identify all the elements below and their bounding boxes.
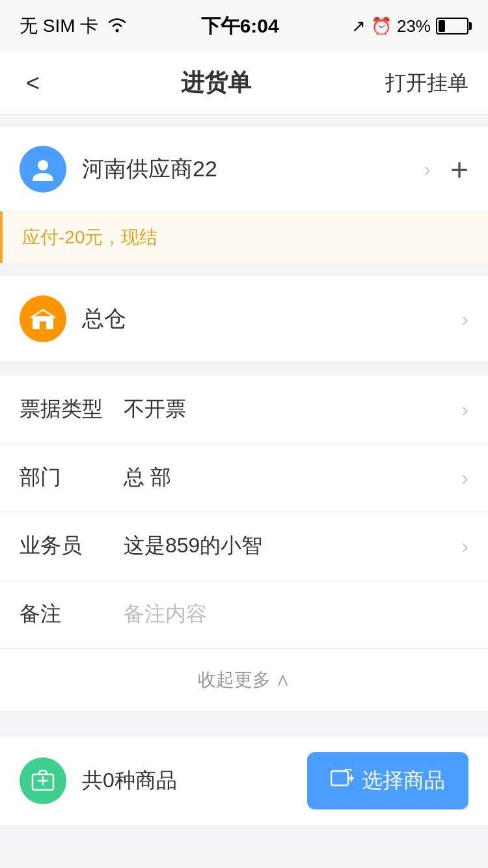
- svg-rect-5: [331, 771, 348, 785]
- supplier-chevron-icon: ›: [424, 157, 431, 182]
- warehouse-chevron-icon: ›: [461, 307, 468, 331]
- invoice-chevron-icon: ›: [461, 398, 468, 422]
- supplier-row[interactable]: 河南供应商22 › +: [0, 128, 488, 211]
- location-icon: ↗: [351, 16, 366, 36]
- back-button[interactable]: <: [20, 63, 46, 103]
- supplier-name: 河南供应商22: [82, 154, 424, 184]
- nav-bar: < 进货单 打开挂单: [0, 52, 488, 115]
- warehouse-row[interactable]: 总仓 ›: [0, 276, 488, 362]
- status-time: 下午6:04: [201, 13, 279, 40]
- notice-text: 应付-20元，现结: [22, 227, 157, 247]
- sales-row[interactable]: 业务员 这是859的小智 ›: [0, 512, 488, 580]
- invoice-label: 票据类型: [20, 395, 124, 424]
- select-icon: [331, 769, 354, 793]
- open-pending-button[interactable]: 打开挂单: [385, 69, 468, 98]
- battery-percent: 23%: [397, 16, 431, 36]
- remark-row[interactable]: 备注 备注内容: [0, 580, 488, 649]
- section-gap-1: [0, 263, 488, 276]
- add-supplier-button[interactable]: +: [450, 152, 468, 187]
- select-btn-label: 选择商品: [362, 766, 445, 795]
- warehouse-icon: [20, 295, 66, 342]
- section-gap-3: [0, 711, 488, 724]
- top-divider: [0, 115, 488, 128]
- dept-value: 总 部: [124, 463, 461, 492]
- dept-chevron-icon: ›: [461, 466, 468, 490]
- battery-icon: [436, 18, 468, 34]
- svg-point-1: [38, 160, 48, 170]
- collapse-row[interactable]: 收起更多 ∧: [0, 649, 488, 711]
- svg-point-0: [116, 29, 119, 32]
- dept-label: 部门: [20, 463, 124, 492]
- alarm-icon: ⏰: [371, 16, 392, 36]
- invoice-value: 不开票: [124, 395, 461, 424]
- notice-banner: 应付-20元，现结: [0, 211, 488, 263]
- collapse-label: 收起更多 ∧: [198, 668, 291, 692]
- status-right: ↗ ⏰ 23%: [351, 16, 468, 36]
- svg-rect-3: [40, 321, 46, 329]
- section-gap-2: [0, 362, 488, 375]
- bottom-bar: 共0种商品 选择商品: [0, 737, 488, 825]
- warehouse-name: 总仓: [82, 304, 461, 334]
- page-title: 进货单: [181, 67, 251, 99]
- sales-label: 业务员: [20, 532, 124, 560]
- invoice-row[interactable]: 票据类型 不开票 ›: [0, 375, 488, 444]
- status-bar: 无 SIM 卡 下午6:04 ↗ ⏰ 23%: [0, 0, 488, 52]
- cart-icon: [20, 757, 66, 804]
- form-section: 票据类型 不开票 › 部门 总 部 › 业务员 这是859的小智 › 备注 备注…: [0, 375, 488, 711]
- select-product-button[interactable]: 选择商品: [307, 752, 468, 809]
- dept-row[interactable]: 部门 总 部 ›: [0, 444, 488, 512]
- remark-label: 备注: [20, 600, 124, 629]
- supplier-avatar: [20, 146, 66, 193]
- carrier-label: 无 SIM 卡: [20, 14, 98, 38]
- wifi-icon: [106, 16, 128, 37]
- sales-value: 这是859的小智: [124, 532, 461, 560]
- sales-chevron-icon: ›: [461, 534, 468, 558]
- status-left: 无 SIM 卡: [20, 14, 128, 38]
- remark-input[interactable]: 备注内容: [124, 600, 468, 629]
- product-count: 共0种商品: [82, 766, 307, 795]
- supplier-section: 河南供应商22 › + 应付-20元，现结: [0, 128, 488, 263]
